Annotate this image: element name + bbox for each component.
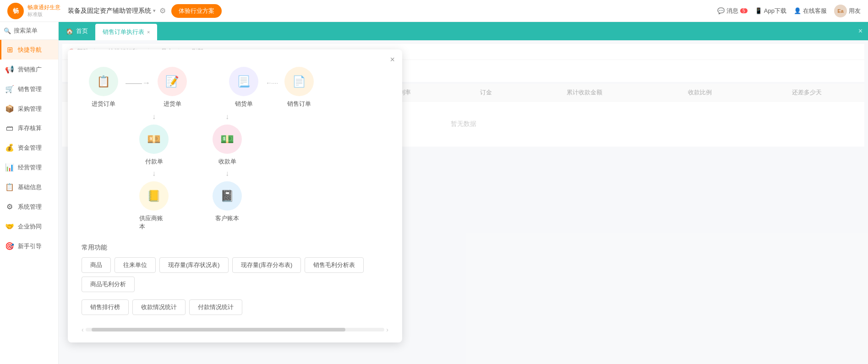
settings-icon[interactable]: ⚙: [159, 6, 166, 15]
flow-node-purchase-bill: 📝 进货单: [158, 67, 187, 108]
search-menu[interactable]: 🔍 搜索菜单: [0, 22, 58, 40]
tab-sales-order[interactable]: 销售订单执行表 ×: [95, 24, 157, 40]
title-dropdown-icon[interactable]: ▾: [153, 8, 156, 14]
func-btn-销售毛利分析表[interactable]: 销售毛利分析表: [305, 257, 364, 273]
app-download-button[interactable]: 📱 App下载: [755, 7, 786, 15]
page-close-button[interactable]: ×: [858, 27, 863, 35]
func-btn-付款情况统计[interactable]: 付款情况统计: [189, 299, 242, 315]
section-title: 常用功能: [82, 244, 388, 252]
nav-icon: 📊: [5, 163, 14, 172]
nav-icon: 🎯: [5, 242, 14, 250]
sidebar-item-finance[interactable]: 💰资金管理: [0, 138, 58, 158]
sidebar-item-inventory[interactable]: 🗃库存核算: [0, 119, 58, 138]
content-area: 🏠 首页 销售订单执行表 × × ❓ 帮助: [59, 22, 868, 364]
sidebar-item-quick-nav[interactable]: ⊞快捷导航: [0, 40, 58, 60]
message-button[interactable]: 💬 消息 5: [717, 7, 748, 15]
nav-icon: 📢: [5, 65, 14, 74]
tab-close-icon[interactable]: ×: [147, 29, 150, 35]
func-btn-商品[interactable]: 商品: [82, 257, 111, 273]
message-icon: 💬: [717, 7, 725, 14]
search-icon: 🔍: [4, 27, 11, 34]
flow-diagram: 📋 进货订单 ——→ 📝: [82, 63, 388, 234]
nav-icon: 💰: [5, 143, 14, 152]
arrow-down-2: ↓: [152, 169, 156, 178]
sidebar: 🔍 搜索菜单 ⊞快捷导航📢营销推广🛒销售管理📦采购管理🗃库存核算💰资金管理📊经营…: [0, 22, 59, 364]
nav-icon: 🛒: [5, 85, 14, 93]
flow-node-purchase-order: 📋 进货订单: [89, 67, 118, 108]
func-btn-现存量(库存分布表)[interactable]: 现存量(库存分布表): [232, 257, 301, 273]
arrow-down-1: ↓: [152, 113, 156, 121]
arrow-down-4: ↓: [225, 169, 229, 178]
avatar: Ea: [834, 5, 847, 17]
sidebar-item-sys-mgmt[interactable]: ⚙系统管理: [0, 197, 58, 217]
modal-scrollbar-area: ‹ ›: [82, 326, 388, 333]
logo-icon: 畅: [7, 3, 24, 19]
func-btn-销售排行榜[interactable]: 销售排行榜: [82, 299, 129, 315]
sales-bill-col: ↓ 💵 收款单 ↓: [205, 113, 249, 226]
supplier-ledger-icon[interactable]: 📒: [139, 181, 169, 211]
flow-node-customer-ledger: 📓 客户账本: [213, 181, 242, 223]
nav-icon: 🤝: [5, 222, 14, 231]
sales-order-icon[interactable]: 📄: [284, 67, 314, 96]
func-buttons-row1: 商品往来单位现存量(库存状况表)现存量(库存分布表)销售毛利分析表商品毛利分析销…: [82, 257, 388, 319]
nav-icon: ⚙: [5, 202, 14, 211]
nav-icon: 📋: [5, 183, 14, 191]
modal-overlay: × 📋 进货订单: [59, 40, 868, 364]
experience-button[interactable]: 体验行业方案: [171, 4, 222, 18]
flow-node-receipt: 💵 收款单: [213, 125, 242, 166]
scroll-right-btn[interactable]: ›: [386, 326, 388, 333]
purchase-bill-icon[interactable]: 📝: [158, 67, 187, 96]
scrollbar-track: [86, 328, 385, 331]
download-icon: 📱: [755, 7, 762, 14]
sidebar-item-marketing[interactable]: 📢营销推广: [0, 60, 58, 79]
service-icon: 👤: [794, 7, 801, 14]
nav-icon: ⊞: [5, 45, 14, 54]
logo-area: 畅 畅康通好生意 标准版: [7, 3, 62, 19]
func-btn-商品毛利分析[interactable]: 商品毛利分析: [82, 277, 135, 292]
tab-home[interactable]: 🏠 首页: [59, 22, 95, 40]
func-row-2: 销售排行榜收款情况统计付款情况统计: [82, 299, 242, 315]
sidebar-item-purchase-mgmt[interactable]: 📦采购管理: [0, 99, 58, 119]
page-content: ❓ 帮助 🖨 按模板打印 ▾ ⬆ 导出: [59, 40, 868, 364]
modal-box: × 📋 进货订单: [68, 49, 402, 342]
user-area[interactable]: Ea 用友: [834, 5, 861, 17]
purchase-order-icon[interactable]: 📋: [89, 67, 118, 96]
flow-mid-row: ↓ 💴 付款单 ↓: [82, 113, 249, 234]
sidebar-item-enterprise[interactable]: 🤝企业协同: [0, 217, 58, 236]
arrow-left-dashed: ←· · · ·: [266, 79, 277, 87]
sales-bill-icon[interactable]: 📃: [229, 67, 258, 96]
tab-bar: 🏠 首页 销售订单执行表 × ×: [59, 22, 868, 40]
sidebar-item-base-info[interactable]: 📋基础信息: [0, 177, 58, 197]
flow-node-payment: 💴 付款单: [139, 125, 169, 166]
func-row-1: 商品往来单位现存量(库存状况表)现存量(库存分布表)销售毛利分析表商品毛利分析: [82, 257, 388, 292]
message-badge: 5: [740, 8, 748, 13]
nav-icon: 🗃: [5, 124, 14, 132]
top-right-actions: 💬 消息 5 📱 App下载 👤 在线客服 Ea 用友: [717, 5, 861, 17]
payment-icon[interactable]: 💴: [139, 125, 169, 154]
scroll-left-btn[interactable]: ‹: [82, 326, 84, 333]
receipt-icon[interactable]: 💵: [213, 125, 242, 154]
func-btn-现存量(库存状况表)[interactable]: 现存量(库存状况表): [159, 257, 229, 273]
flow-node-sales-bill: 📃 销货单: [229, 67, 258, 108]
customer-ledger-icon[interactable]: 📓: [213, 181, 242, 211]
sidebar-nav: ⊞快捷导航📢营销推广🛒销售管理📦采购管理🗃库存核算💰资金管理📊经营管理📋基础信息…: [0, 40, 58, 256]
sidebar-item-sales-mgmt[interactable]: 🛒销售管理: [0, 79, 58, 99]
func-btn-往来单位[interactable]: 往来单位: [115, 257, 156, 273]
system-title: 装备及固定资产辅助管理系统: [68, 7, 151, 15]
top-bar: 畅 畅康通好生意 标准版 装备及固定资产辅助管理系统 ▾ ⚙ 体验行业方案 💬 …: [0, 0, 868, 22]
online-service-button[interactable]: 👤 在线客服: [794, 7, 827, 15]
logo-text: 畅康通好生意 标准版: [27, 4, 60, 18]
scrollbar-thumb[interactable]: [92, 328, 346, 331]
flow-node-supplier-ledger: 📒 供应商账本: [139, 181, 169, 231]
flow-node-sales-order: 📄 销售订单: [284, 67, 314, 108]
sidebar-item-operations[interactable]: 📊经营管理: [0, 158, 58, 177]
modal-close-button[interactable]: ×: [390, 55, 395, 65]
purchase-bill-col: ↓ 💴 付款单 ↓: [132, 113, 176, 234]
arrow-right-1: ——→: [126, 78, 150, 88]
nav-icon: 📦: [5, 104, 14, 113]
func-btn-收款情况统计[interactable]: 收款情况统计: [132, 299, 186, 315]
flow-top-row: 📋 进货订单 ——→ 📝: [82, 63, 321, 112]
arrow-down-3: ↓: [225, 113, 229, 121]
common-functions: 常用功能 商品往来单位现存量(库存状况表)现存量(库存分布表)销售毛利分析表商品…: [82, 244, 388, 319]
sidebar-item-new-user[interactable]: 🎯新手引导: [0, 236, 58, 256]
